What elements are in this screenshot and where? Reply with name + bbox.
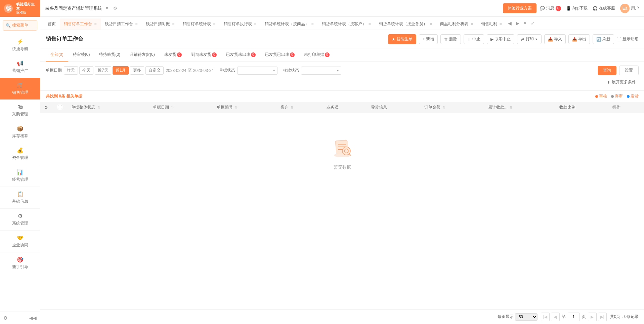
payment-select[interactable] (301, 67, 341, 75)
tab-close-sales-profit[interactable]: ✕ (499, 22, 502, 26)
tab-cash-daily[interactable]: 钱货日清工作台 ✕ (101, 18, 142, 30)
settings-bottom-icon[interactable]: ⚙ (3, 315, 8, 321)
tab-close-all[interactable]: ✕ (521, 19, 529, 27)
page-next-btn[interactable]: ▶ (588, 313, 597, 321)
sub-tab-shipped-not-out[interactable]: 已发货未出库0 (221, 48, 260, 62)
table-toolbar: 共找到 0条 相关单据 审核 弃审 (40, 91, 644, 102)
refresh-button[interactable]: 🔄 刷新 (593, 34, 614, 44)
page-first-btn[interactable]: |◀ (541, 313, 550, 321)
tab-goods-margin[interactable]: 商品毛利分析表 ✕ (436, 18, 477, 30)
cancel-review-action-btn[interactable]: 弃审 (611, 93, 623, 99)
date-btn-1month[interactable]: 近1月 (113, 66, 129, 75)
tab-sales-stat-customer[interactable]: 销货单统计表（按客户） ✕ (318, 18, 375, 30)
date-btn-7days[interactable]: 近7天 (95, 66, 111, 75)
tab-home[interactable]: 首页 (44, 18, 60, 30)
date-btn-more[interactable]: 更多 (130, 66, 144, 75)
sidebar-item-inventory[interactable]: 📦 库存核算 (0, 121, 40, 143)
app-logo[interactable]: 畅 畅捷通好生意 标准版 (0, 0, 40, 17)
date-btn-today[interactable]: 今天 (79, 66, 93, 75)
tab-close-sales-stat[interactable]: ✕ (213, 22, 216, 26)
show-detail-checkbox[interactable] (617, 37, 621, 41)
tab-close-goods-margin[interactable]: ✕ (470, 22, 473, 26)
th-collected[interactable]: 累计收款... ⇅ (484, 102, 555, 113)
tab-close-sales-stat-product[interactable]: ✕ (311, 22, 314, 26)
tab-cash-reconcile[interactable]: 钱货日清对账 ✕ (142, 18, 179, 30)
sidebar-item-finance[interactable]: 💰 资金管理 (0, 143, 40, 165)
status-select[interactable] (237, 67, 277, 75)
app-download-button[interactable]: 📱 App下载 (566, 5, 588, 11)
show-detail-checkbox-label[interactable]: 显示明细 (617, 36, 639, 42)
sidebar-item-operations[interactable]: 📊 经营管理 (0, 165, 40, 187)
suspend-button[interactable]: ⏸ 中止 (464, 34, 484, 44)
sidebar-item-enterprise[interactable]: 🤝 企业协同 (0, 231, 40, 252)
sidebar-item-basic-info[interactable]: 📋 基础信息 (0, 187, 40, 209)
date-btn-custom[interactable]: 自定义 (145, 66, 164, 75)
sub-tab-pending-inspect[interactable]: 待拣验货(0) (94, 48, 125, 62)
import-button[interactable]: 📥 导入 (544, 34, 566, 44)
delete-button[interactable]: 🗑 删除 (440, 34, 461, 44)
th-customer[interactable]: 客户 ⇅ (276, 102, 323, 113)
sidebar-item-guide[interactable]: 🎯 新手引导 (0, 252, 40, 274)
setting-button[interactable]: 设置 (619, 66, 639, 75)
collapse-icon[interactable]: ◀◀ (29, 315, 37, 321)
tab-close-sales-exec[interactable]: ✕ (254, 22, 257, 26)
sidebar-item-sales[interactable]: 🛒 销售管理 (0, 78, 40, 100)
print-button[interactable]: 🖨 打印 ▼ (517, 34, 542, 44)
sidebar-item-marketing[interactable]: 📢 营销推广 (0, 56, 40, 78)
sub-tab-not-shipped[interactable]: 未发货0 (160, 48, 186, 62)
top-header: 装备及固定资产辅助管理系统 ▼ ⚙ 体验行业方案 💬 消息 6 📱 App下载 … (40, 0, 644, 17)
sub-tab-not-printed[interactable]: 未打印单据0 (299, 48, 334, 62)
tab-sales-order[interactable]: 销售订单工作台 ✕ (60, 18, 101, 30)
search-menu-button[interactable]: 🔍 搜索菜单 (3, 20, 37, 31)
settings-icon[interactable]: ⚙ (113, 6, 117, 11)
online-service-button[interactable]: 🎧 在线客服 (593, 5, 615, 11)
expand-filter-button[interactable]: ⬇ 展开更多条件 (604, 78, 639, 86)
page-number-input[interactable] (568, 313, 580, 321)
th-status[interactable]: 单据整体状态 ⇅ (67, 102, 149, 113)
tab-sales-profit[interactable]: 销售毛利 ✕ (477, 18, 506, 30)
system-icon: ⚙ (18, 213, 23, 219)
sub-tab-overdue-ship[interactable]: 到期未发货0 (186, 48, 221, 62)
page-panel: 销售订单工作台 ★ 智能生单 + 新增 🗑 删除 ⏸ (40, 30, 644, 324)
trial-button[interactable]: 体验行业方案 (503, 3, 536, 13)
tab-sales-stat[interactable]: 销售订单统计表 ✕ (179, 18, 220, 30)
sidebar-item-quick-nav[interactable]: ⚡ 快捷导航 (0, 34, 40, 56)
page-size-dropdown[interactable]: 50 10 20 100 (515, 313, 538, 321)
page-last-btn[interactable]: ▶| (598, 313, 607, 321)
tab-close-cash-daily[interactable]: ✕ (135, 22, 138, 26)
tab-close-sales-stat-customer[interactable]: ✕ (368, 22, 371, 26)
sidebar-item-system[interactable]: ⚙ 系统管理 (0, 209, 40, 231)
tab-close-sales-stat-staff[interactable]: ✕ (429, 22, 432, 26)
tab-sales-exec[interactable]: 销售订单执行表 ✕ (220, 18, 261, 30)
tab-close-sales-order[interactable]: ✕ (94, 22, 97, 26)
sidebar-item-purchase[interactable]: 🛍 采购管理 (0, 100, 40, 121)
tab-nav-prev[interactable]: ◀ (506, 19, 514, 27)
refresh-icon: 🔄 (596, 37, 601, 42)
th-number[interactable]: 单据编号 ⇅ (213, 102, 276, 113)
cancel-suspend-button[interactable]: ▶ 取消中止 (487, 34, 514, 44)
ship-action-btn[interactable]: 发货 (627, 93, 639, 99)
th-date[interactable]: 单据日期 ⇅ (149, 102, 213, 113)
th-amount[interactable]: 订单金额 ⇅ (420, 102, 484, 113)
select-all-checkbox[interactable] (58, 105, 62, 109)
export-button[interactable]: 📤 导出 (568, 34, 590, 44)
dropdown-icon[interactable]: ▼ (105, 6, 109, 11)
query-button[interactable]: 查询 (598, 66, 616, 75)
page-prev-btn[interactable]: ◀ (551, 313, 560, 321)
smart-create-button[interactable]: ★ 智能生单 (388, 34, 416, 44)
date-btn-yesterday[interactable]: 昨天 (64, 66, 78, 75)
sub-tab-shipped-out[interactable]: 已发货已出库0 (260, 48, 299, 62)
tab-nav-next[interactable]: ▶ (514, 19, 521, 27)
column-settings-icon[interactable]: ⚙ (44, 105, 48, 110)
tab-maximize[interactable]: ⤢ (529, 19, 536, 27)
sub-tab-all[interactable]: 全部(0) (46, 48, 68, 62)
user-area[interactable]: Ea 用户 (620, 4, 639, 13)
add-button[interactable]: + 新增 (419, 34, 438, 44)
tab-close-cash-reconcile[interactable]: ✕ (172, 22, 175, 26)
tab-sales-stat-product[interactable]: 销货单统计表（按商品） ✕ (261, 18, 318, 30)
review-action-btn[interactable]: 审核 (595, 93, 607, 99)
tab-sales-stat-staff[interactable]: 销货单统计表（按业务员） ✕ (375, 18, 436, 30)
message-button[interactable]: 💬 消息 6 (540, 5, 561, 11)
sub-tab-pending-review[interactable]: 待审核(0) (68, 48, 95, 62)
sub-tab-wangpu-shipping[interactable]: 旺铺待发货(0) (125, 48, 160, 62)
